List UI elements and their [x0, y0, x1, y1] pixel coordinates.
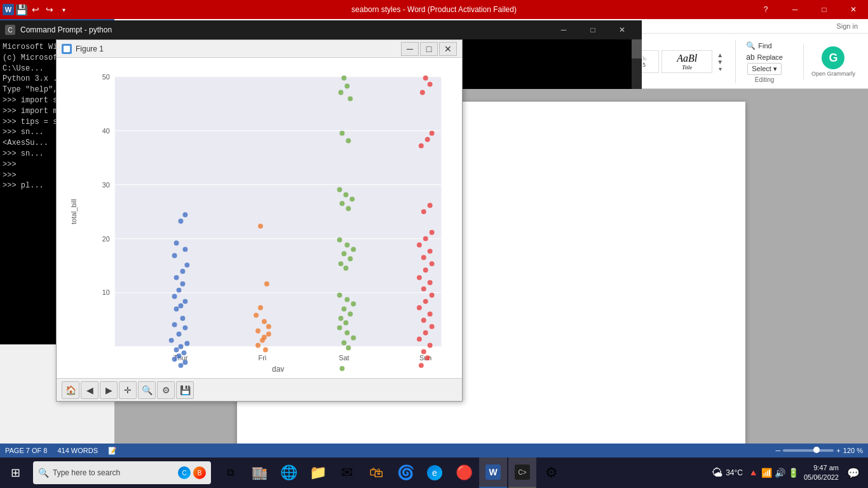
- start-button[interactable]: ⊞: [0, 458, 31, 488]
- svg-point-103: [423, 268, 428, 273]
- store-btn[interactable]: 🏬: [245, 458, 273, 488]
- volume-icon[interactable]: 🔊: [775, 468, 785, 478]
- tray-expand-icon[interactable]: 🔺: [748, 468, 759, 478]
- cmd-letter: C>: [518, 469, 526, 476]
- figure-maximize[interactable]: □: [420, 42, 438, 56]
- settings-app-btn[interactable]: ⚙: [538, 458, 566, 488]
- sign-in-link[interactable]: Sign in: [831, 22, 863, 30]
- fig-save-btn[interactable]: 💾: [176, 381, 194, 399]
- svg-point-116: [421, 349, 426, 354]
- svg-point-80: [348, 311, 353, 316]
- svg-point-111: [421, 318, 426, 323]
- quick-access-toolbar: W 💾 ↩ ↪ ▾: [0, 3, 70, 16]
- svg-point-78: [351, 301, 356, 306]
- svg-point-97: [430, 230, 435, 235]
- fig-back-btn[interactable]: ◀: [81, 381, 98, 399]
- task-view-btn[interactable]: ⧉: [216, 458, 244, 488]
- svg-point-74: [338, 261, 343, 266]
- title-bar: W 💾 ↩ ↪ ▾ seaborn styles - Word (Product…: [0, 0, 868, 19]
- fig-pan-btn[interactable]: ✛: [119, 381, 137, 399]
- svg-text:50: 50: [102, 73, 110, 81]
- svg-point-58: [341, 76, 346, 81]
- browser2-icon: 🌀: [397, 464, 414, 481]
- find-label: Find: [758, 42, 771, 50]
- svg-point-85: [351, 336, 356, 341]
- replace-button[interactable]: ab Replace: [741, 51, 788, 63]
- files-btn[interactable]: 📁: [304, 458, 332, 488]
- edge2-letter: e: [432, 468, 437, 478]
- svg-text:day: day: [272, 365, 284, 372]
- chrome-icon: 🔴: [456, 464, 473, 481]
- zoom-in-icon[interactable]: +: [836, 447, 840, 454]
- fig-home-btn[interactable]: 🏠: [62, 381, 79, 399]
- cmd-maximize[interactable]: □: [578, 20, 607, 39]
- cmd-scrollbar-thumb[interactable]: [632, 39, 642, 58]
- svg-point-99: [417, 243, 422, 248]
- mail-btn[interactable]: ✉: [333, 458, 361, 488]
- svg-text:30: 30: [102, 181, 110, 189]
- figure-minimize[interactable]: ─: [401, 42, 419, 56]
- scroll-down-icon: ▼: [717, 58, 723, 65]
- maximize-button[interactable]: □: [810, 0, 839, 19]
- svg-point-32: [179, 363, 184, 368]
- fig-forward-btn[interactable]: ▶: [100, 381, 118, 399]
- ms-store2-btn[interactable]: 🛍: [362, 458, 390, 488]
- word-app-btn[interactable]: W: [479, 458, 507, 488]
- cmd-minimize[interactable]: ─: [549, 20, 578, 39]
- close-button[interactable]: ✕: [839, 0, 868, 19]
- clock[interactable]: 9:47 am 05/06/2022: [804, 463, 839, 483]
- chart-area: 50 40 30 20 10 total_bill Thur Fri Sat S…: [57, 58, 462, 378]
- svg-point-69: [337, 238, 342, 243]
- svg-point-96: [421, 209, 426, 214]
- svg-point-31: [182, 360, 187, 365]
- undo-icon[interactable]: ↩: [29, 3, 42, 16]
- styles-scroll[interactable]: ▲ ▼ ▾: [715, 51, 725, 72]
- svg-point-89: [423, 76, 428, 81]
- redo-icon[interactable]: ↪: [43, 3, 56, 16]
- taskbar-search[interactable]: 🔍 Type here to search C B: [33, 461, 211, 484]
- cmd-icon: C: [5, 25, 15, 35]
- svg-point-76: [337, 293, 342, 298]
- cmd-title: Command Prompt - python: [20, 25, 112, 34]
- fig-configure-btn[interactable]: ⚙: [157, 381, 175, 399]
- select-area: Select ▾ Editing: [741, 63, 788, 83]
- select-button[interactable]: Select ▾: [747, 63, 782, 75]
- chrome-btn[interactable]: 🔴: [450, 458, 478, 488]
- help-button[interactable]: ?: [751, 0, 780, 19]
- weather-icon: 🌤: [712, 466, 723, 480]
- editing-section: 🔍 Find ab Replace Select ▾ Editing: [735, 40, 793, 83]
- svg-point-41: [172, 253, 177, 258]
- svg-point-88: [339, 366, 344, 371]
- weather-widget[interactable]: 🌤 34°C: [712, 466, 743, 480]
- save-quick-icon[interactable]: 💾: [15, 3, 28, 16]
- taskbar-right: 🌤 34°C 🔺 📶 🔊 🔋 9:47 am 05/06/2022 💬: [712, 463, 868, 483]
- svg-point-100: [428, 248, 433, 254]
- minimize-button[interactable]: ─: [780, 0, 810, 19]
- find-button[interactable]: 🔍 Find: [741, 40, 788, 51]
- cmd-titlebar-left: C Command Prompt - python: [5, 25, 112, 35]
- notification-button[interactable]: 💬: [844, 463, 863, 482]
- svg-point-56: [262, 319, 267, 324]
- grammarly-icon[interactable]: G: [822, 46, 844, 69]
- svg-point-44: [174, 241, 179, 246]
- battery-icon[interactable]: 🔋: [788, 468, 799, 478]
- browser2-btn[interactable]: 🌀: [391, 458, 419, 488]
- cmd-app-btn[interactable]: C>: [508, 458, 536, 488]
- edge-btn[interactable]: 🌐: [275, 458, 302, 488]
- svg-point-95: [428, 203, 433, 208]
- figure-close[interactable]: ✕: [439, 42, 457, 56]
- svg-point-38: [179, 303, 184, 308]
- svg-point-30: [172, 356, 177, 362]
- clock-date: 05/06/2022: [804, 473, 839, 482]
- task-view-icon: ⧉: [227, 467, 234, 478]
- zoom-slider[interactable]: [783, 449, 834, 452]
- network-icon[interactable]: 📶: [761, 468, 772, 478]
- style-title[interactable]: AaBl Title: [661, 50, 712, 73]
- edge2-btn[interactable]: e: [421, 458, 449, 488]
- fig-zoom-btn[interactable]: 🔍: [138, 381, 156, 399]
- svg-point-36: [172, 294, 177, 299]
- customize-icon[interactable]: ▾: [57, 3, 70, 16]
- svg-point-109: [417, 305, 422, 310]
- cmd-close[interactable]: ✕: [607, 20, 637, 39]
- zoom-out-icon[interactable]: ─: [776, 447, 781, 454]
